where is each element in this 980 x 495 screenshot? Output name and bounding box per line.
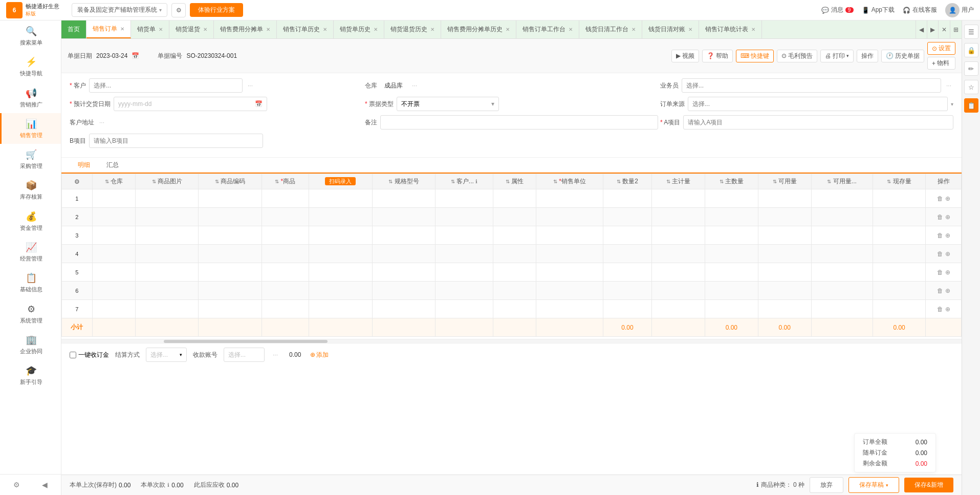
table-cell[interactable] xyxy=(136,282,199,300)
th-main-unit[interactable]: ⇅ 主计量 xyxy=(652,174,705,189)
right-panel-btn-grid[interactable]: ☰ xyxy=(964,25,978,39)
table-cell[interactable] xyxy=(705,245,758,263)
calendar-icon[interactable]: 📅 xyxy=(132,52,139,59)
horizontal-scrollbar[interactable] xyxy=(61,339,962,343)
scan-button[interactable]: 扫码录入 xyxy=(325,177,356,185)
table-cell[interactable] xyxy=(873,263,926,282)
tab-close-icon[interactable]: ✕ xyxy=(374,27,378,32)
table-cell[interactable] xyxy=(493,245,536,263)
b-project-input[interactable] xyxy=(89,134,263,148)
table-cell[interactable] xyxy=(309,226,372,245)
table-cell[interactable] xyxy=(309,300,372,318)
table-cell[interactable] xyxy=(372,300,435,318)
tab-next-btn[interactable]: ▶ xyxy=(927,20,938,38)
copy-row-btn[interactable]: ⊕ xyxy=(944,269,951,276)
table-cell[interactable] xyxy=(309,189,372,208)
copy-row-btn[interactable]: ⊕ xyxy=(944,306,951,313)
table-cell[interactable] xyxy=(811,208,873,226)
table-cell[interactable] xyxy=(652,282,705,300)
tab-close-icon[interactable]: ✕ xyxy=(323,27,327,32)
table-cell[interactable] xyxy=(92,189,135,208)
tab-grid-btn[interactable]: ⊞ xyxy=(950,20,962,38)
table-cell[interactable] xyxy=(199,282,262,300)
th-spec-type[interactable]: ⇅ 规格型号 xyxy=(372,174,435,189)
sidebar-item-basic[interactable]: 📋 基础信息 xyxy=(0,267,61,298)
table-cell[interactable] xyxy=(92,300,135,318)
copy-row-btn[interactable]: ⊕ xyxy=(944,232,951,239)
table-cell[interactable] xyxy=(372,208,435,226)
table-cell[interactable] xyxy=(536,300,603,318)
table-cell[interactable] xyxy=(309,263,372,282)
table-cell[interactable] xyxy=(652,226,705,245)
table-cell[interactable] xyxy=(652,263,705,282)
sidebar-item-search[interactable]: 🔍 搜索菜单 xyxy=(0,20,61,51)
detail-tab-detail[interactable]: 明细 xyxy=(70,158,98,174)
th-scan-input[interactable]: 扫码录入 xyxy=(309,174,372,189)
table-cell[interactable] xyxy=(873,282,926,300)
table-cell[interactable] xyxy=(372,263,435,282)
table-cell[interactable] xyxy=(873,300,926,318)
table-cell[interactable] xyxy=(811,300,873,318)
table-cell[interactable] xyxy=(262,263,309,282)
table-cell[interactable] xyxy=(493,300,536,318)
account-more-icon[interactable]: ··· xyxy=(271,351,280,358)
table-cell[interactable] xyxy=(262,208,309,226)
warehouse-more-icon[interactable]: ··· xyxy=(410,82,419,89)
table-cell[interactable] xyxy=(536,263,603,282)
table-cell[interactable] xyxy=(435,282,493,300)
th-available2[interactable]: ⇅ 可用量... xyxy=(811,174,873,189)
table-cell[interactable] xyxy=(652,245,705,263)
table-cell[interactable] xyxy=(705,282,758,300)
table-cell[interactable] xyxy=(435,245,493,263)
shortcut-btn[interactable]: ⌨ 快捷键 xyxy=(736,50,774,62)
address-more-icon[interactable]: ··· xyxy=(97,119,106,126)
delete-row-btn[interactable]: 🗑 xyxy=(936,250,944,257)
table-cell[interactable] xyxy=(705,263,758,282)
table-cell[interactable] xyxy=(92,226,135,245)
tab-sales-return-goods[interactable]: 销货退货 ✕ xyxy=(169,20,214,38)
delete-row-btn[interactable]: 🗑 xyxy=(936,195,944,202)
add-link[interactable]: ⊕ 添加 xyxy=(310,351,329,359)
delete-row-btn[interactable]: 🗑 xyxy=(936,287,944,294)
table-cell[interactable] xyxy=(136,208,199,226)
tab-sales-order[interactable]: 销售订单 ✕ xyxy=(86,20,131,38)
user-avatar[interactable]: 👤 用户 xyxy=(945,3,974,17)
table-cell[interactable] xyxy=(705,189,758,208)
sidebar-item-finance[interactable]: 💰 资金管理 xyxy=(0,206,61,236)
table-cell[interactable] xyxy=(536,208,603,226)
th-product-name[interactable]: ⇅ *商品 xyxy=(262,174,309,189)
one-click-settle-checkbox[interactable] xyxy=(70,352,76,358)
sidebar-item-inventory[interactable]: 📦 库存核算 xyxy=(0,175,61,205)
table-cell[interactable] xyxy=(536,282,603,300)
th-available[interactable]: ⇅ 可用量 xyxy=(758,174,811,189)
account-select[interactable]: 选择... xyxy=(224,348,265,362)
table-cell[interactable] xyxy=(435,226,493,245)
table-cell[interactable] xyxy=(652,189,705,208)
th-product-code[interactable]: ⇅ 商品编码 xyxy=(199,174,262,189)
table-cell[interactable] xyxy=(199,263,262,282)
settings-button[interactable]: ⚙ xyxy=(171,3,186,17)
table-cell[interactable] xyxy=(493,226,536,245)
tab-sales-stats[interactable]: 销售订单统计表 ✕ xyxy=(699,20,762,38)
table-cell[interactable] xyxy=(136,245,199,263)
table-cell[interactable] xyxy=(136,300,199,318)
customer-more-icon[interactable]: ··· xyxy=(246,82,255,89)
sidebar-item-marketing[interactable]: 📢 营销推广 xyxy=(0,82,61,113)
th-main-qty[interactable]: ⇅ 主数量 xyxy=(705,174,758,189)
table-cell[interactable] xyxy=(873,226,926,245)
sidebar-item-enterprise[interactable]: 🏢 企业协同 xyxy=(0,329,61,360)
table-cell[interactable] xyxy=(873,208,926,226)
tab-close-icon[interactable]: ✕ xyxy=(751,27,755,32)
table-cell[interactable] xyxy=(758,189,811,208)
table-cell[interactable] xyxy=(603,263,651,282)
table-cell[interactable] xyxy=(136,263,199,282)
print-btn[interactable]: 🖨 打印 ▾ xyxy=(820,50,854,62)
sidebar-item-purchase[interactable]: 🛒 采购管理 xyxy=(0,144,61,175)
table-cell[interactable] xyxy=(435,300,493,318)
th-current-stock[interactable]: ⇅ 现存量 xyxy=(873,174,926,189)
tab-close-icon[interactable]: ✕ xyxy=(631,27,636,32)
tab-close-icon[interactable]: ✕ xyxy=(506,27,510,32)
th-quantity2[interactable]: ⇅ 数量2 xyxy=(603,174,651,189)
table-cell[interactable] xyxy=(603,282,651,300)
table-cell[interactable] xyxy=(92,208,135,226)
